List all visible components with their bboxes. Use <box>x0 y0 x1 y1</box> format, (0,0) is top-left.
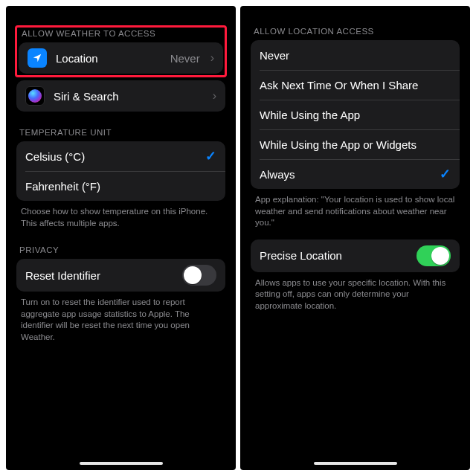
home-indicator[interactable] <box>80 462 163 465</box>
location-access-screen: ALLOW LOCATION ACCESS Never Ask Next Tim… <box>240 6 470 470</box>
section-header-access: ALLOW WEATHER TO ACCESS <box>19 29 223 42</box>
chevron-right-icon: › <box>213 89 216 103</box>
checkmark-icon: ✓ <box>440 166 451 182</box>
section-header-location-access: ALLOW LOCATION ACCESS <box>251 27 460 40</box>
app-explanation: App explanation: "Your location is used … <box>251 189 460 229</box>
option-ask-next-time[interactable]: Ask Next Time Or When I Share <box>251 70 460 100</box>
precise-location-footer: Allows apps to use your specific locatio… <box>251 272 460 312</box>
location-icon <box>28 48 47 68</box>
siri-icon <box>25 86 45 106</box>
temperature-footer: Choose how to show temperature on this i… <box>16 201 225 229</box>
temp-option-celsius[interactable]: Celsius (°C) ✓ <box>16 141 225 171</box>
reset-identifier-toggle[interactable] <box>182 265 216 286</box>
precise-location-toggle[interactable] <box>416 245 451 266</box>
option-while-using[interactable]: While Using the App <box>251 100 460 129</box>
precise-location-row[interactable]: Precise Location <box>251 239 460 272</box>
option-never[interactable]: Never <box>251 40 460 70</box>
location-label: Location <box>56 52 161 65</box>
temperature-unit-group: Celsius (°C) ✓ Fahrenheit (°F) <box>16 141 225 201</box>
siri-label: Siri & Search <box>54 90 202 103</box>
section-header-temperature: TEMPERATURE UNIT <box>16 128 225 141</box>
location-access-group: Never Ask Next Time Or When I Share Whil… <box>251 40 460 189</box>
location-row[interactable]: Location Never › <box>19 42 223 74</box>
temp-option-fahrenheit[interactable]: Fahrenheit (°F) <box>16 171 225 201</box>
siri-search-row[interactable]: Siri & Search › <box>16 80 225 112</box>
option-while-using-widgets[interactable]: While Using the App or Widgets <box>251 129 460 159</box>
reset-identifier-row[interactable]: Reset Identifier <box>16 259 225 292</box>
highlight-location-row: ALLOW WEATHER TO ACCESS Location Never › <box>15 25 227 77</box>
checkmark-icon: ✓ <box>205 148 216 164</box>
section-header-privacy: PRIVACY <box>16 245 225 259</box>
option-always[interactable]: Always ✓ <box>251 159 460 189</box>
location-detail: Never <box>170 52 200 65</box>
reset-identifier-footer: Turn on to reset the identifier used to … <box>16 292 225 343</box>
settings-weather-screen: ALLOW WEATHER TO ACCESS Location Never › <box>6 6 236 470</box>
chevron-right-icon: › <box>210 51 214 65</box>
home-indicator[interactable] <box>314 462 397 465</box>
